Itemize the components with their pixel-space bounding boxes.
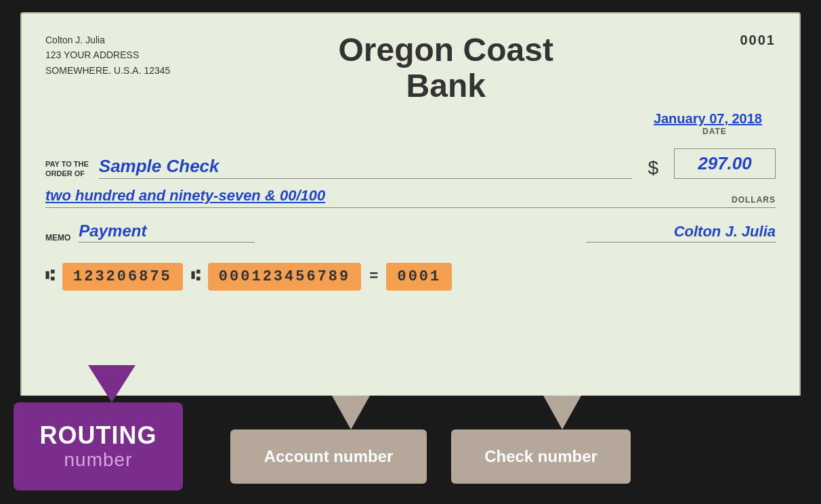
check-number-micr: 0001 bbox=[386, 263, 452, 291]
micr-symbol-end: ⑆ bbox=[191, 268, 200, 285]
date-value: January 07, 2018 bbox=[654, 111, 762, 127]
check: Colton J. Julia 123 YOUR ADDRESS SOMEWHE… bbox=[20, 12, 801, 405]
bank-name: Oregon CoastBank bbox=[184, 33, 708, 104]
owner-address1: 123 YOUR ADDRESS bbox=[45, 47, 170, 62]
account-label-box: Account number bbox=[230, 429, 427, 484]
memo-line: Payment bbox=[79, 222, 255, 243]
owner-info: Colton J. Julia 123 YOUR ADDRESS SOMEWHE… bbox=[45, 33, 170, 78]
owner-address2: SOMEWHERE. U.S.A. 12345 bbox=[45, 63, 170, 78]
date-label: DATE bbox=[654, 127, 776, 136]
check-label-text: Check number bbox=[484, 447, 597, 466]
date-section: January 07, 2018 DATE bbox=[45, 111, 776, 136]
routing-number: 123206875 bbox=[62, 263, 183, 291]
dollar-sign: $ bbox=[648, 157, 658, 179]
check-number-top: 0001 bbox=[721, 33, 776, 48]
account-label-text: Account number bbox=[264, 447, 394, 466]
date-block: January 07, 2018 DATE bbox=[654, 111, 776, 136]
signature-value: Colton J. Julia bbox=[674, 223, 776, 240]
routing-title: ROUTING bbox=[40, 422, 157, 449]
dollars-label: DOLLARS bbox=[732, 195, 776, 205]
written-amount-section: two hundred and ninety-seven & 00/100 DO… bbox=[45, 187, 776, 208]
memo-section: MEMO Payment Colton J. Julia bbox=[45, 222, 776, 243]
check-top: Colton J. Julia 123 YOUR ADDRESS SOMEWHE… bbox=[45, 33, 776, 104]
amount-box: 297.00 bbox=[674, 148, 776, 179]
pay-to-label: PAY TO THEORDER OF bbox=[45, 159, 89, 179]
amount-value: 297.00 bbox=[698, 153, 752, 173]
micr-symbol-account-end: = bbox=[369, 268, 378, 285]
owner-name: Colton J. Julia bbox=[45, 33, 170, 47]
micr-symbol-start: ⑆ bbox=[45, 268, 54, 285]
pay-to-value: Sample Check bbox=[99, 156, 219, 176]
written-amount: two hundred and ninety-seven & 00/100 bbox=[45, 187, 325, 205]
pay-to-name-line: Sample Check bbox=[99, 156, 633, 179]
routing-subtitle: number bbox=[64, 449, 133, 471]
account-number: 000123456789 bbox=[208, 263, 361, 291]
account-arrow bbox=[332, 396, 370, 429]
bottom-bar: ROUTING number Account number Check numb… bbox=[0, 396, 821, 504]
memo-area: MEMO Payment bbox=[45, 222, 255, 243]
pay-section: PAY TO THEORDER OF Sample Check $ 297.00 bbox=[45, 148, 776, 179]
micr-line: ⑆ 123206875 ⑆ 000123456789 = 0001 bbox=[45, 263, 776, 291]
routing-arrow bbox=[88, 365, 135, 402]
memo-value: Payment bbox=[79, 222, 146, 240]
check-label-box: Check number bbox=[451, 429, 631, 484]
signature-line: Colton J. Julia bbox=[586, 223, 776, 243]
check-number-arrow bbox=[543, 396, 581, 429]
memo-label: MEMO bbox=[45, 233, 70, 243]
routing-label-box: ROUTING number bbox=[14, 402, 183, 490]
